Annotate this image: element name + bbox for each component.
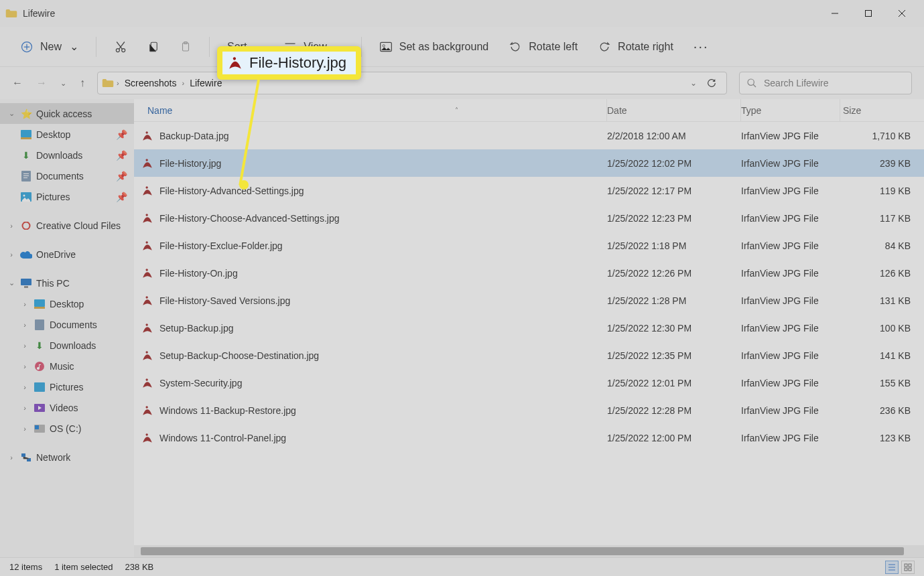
music-icon [34,360,46,372]
sidebar-pictures[interactable]: Pictures📌 [0,186,134,207]
sidebar-pc-music[interactable]: ›Music [0,356,134,376]
download-icon: ⬇ [20,149,32,161]
file-row[interactable]: File-History-Advanced-Settings.jpg1/25/2… [134,177,924,204]
rotate-left-button[interactable]: Rotate left [501,36,586,58]
irfanview-icon [141,129,154,143]
sidebar-onedrive[interactable]: ›OneDrive [0,244,134,265]
chevron-down-icon[interactable]: ⌄ [690,78,697,88]
close-button[interactable] [885,0,919,27]
file-type: IrfanView JPG File [741,268,840,279]
irfanview-icon [226,54,244,72]
irfanview-icon [141,376,154,390]
irfanview-icon [141,349,154,362]
sidebar-pc-pictures[interactable]: ›Pictures [0,376,134,397]
svg-point-18 [23,222,30,229]
rotate-right-button[interactable]: Rotate right [590,36,681,58]
sidebar-pc-os[interactable]: ›OS (C:) [0,418,134,439]
sidebar-this-pc[interactable]: ⌄This PC [0,273,134,293]
address-bar[interactable]: › Screenshots › Lifewire ⌄ [97,72,727,94]
file-name: System-Security.jpg [159,378,242,388]
cloud-icon [20,248,32,261]
sidebar-pc-downloads[interactable]: ›⬇Downloads [0,335,134,356]
sidebar-downloads[interactable]: ⬇Downloads📌 [0,145,134,165]
svg-rect-31 [905,564,907,567]
sidebar-pc-documents[interactable]: ›Documents [0,314,134,335]
sidebar-network[interactable]: ›Network [0,447,134,467]
file-row[interactable]: File-History.jpg1/25/2022 12:02 PMIrfanV… [134,149,924,177]
file-row[interactable]: Backup-Data.jpg2/2/2018 12:00 AMIrfanVie… [134,122,924,149]
file-name: File-History-On.jpg [159,268,238,279]
forward-button[interactable]: → [36,77,47,89]
svg-rect-21 [34,299,45,307]
file-row[interactable]: Setup-Backup.jpg1/25/2022 12:30 PMIrfanV… [134,314,924,342]
folder-icon [102,78,114,88]
search-input[interactable]: Search Lifewire [739,72,912,94]
folder-icon [5,8,17,19]
network-icon [20,451,32,463]
toolbar: New ⌄ Sort⌄ View⌄ Set as background Rota… [0,27,924,67]
sidebar-quick-access[interactable]: ⌄⭐Quick access [0,103,134,124]
svg-rect-25 [34,382,45,392]
file-type: IrfanView JPG File [741,186,840,196]
up-button[interactable]: ↑ [80,77,85,89]
file-type: IrfanView JPG File [741,378,840,388]
svg-point-17 [23,194,25,196]
refresh-button[interactable] [706,78,717,88]
minimize-button[interactable] [818,0,852,27]
details-view-button[interactable] [885,561,899,574]
new-button[interactable]: New ⌄ [12,36,86,58]
file-row[interactable]: Windows 11-Control-Panel.jpg1/25/2022 12… [134,424,924,451]
irfanview-icon [141,431,154,445]
irfanview-icon [141,294,154,307]
chevron-right-icon: › [182,79,185,87]
navigation-bar: ← → ⌄ ↑ › Screenshots › Lifewire ⌄ Searc… [0,67,924,99]
document-icon [20,170,32,182]
file-row[interactable]: File-History-On.jpg1/25/2022 12:26 PMIrf… [134,259,924,287]
sidebar-pc-videos[interactable]: ›Videos [0,397,134,418]
column-type[interactable]: Type [741,99,840,121]
column-size[interactable]: Size [840,99,924,121]
svg-rect-19 [21,279,31,285]
file-row[interactable]: File-History-Saved Versions.jpg1/25/2022… [134,287,924,314]
svg-point-8 [383,44,385,46]
rotate-left-icon [509,40,522,54]
file-row[interactable]: Setup-Backup-Choose-Destination.jpg1/25/… [134,342,924,369]
thumbnails-view-button[interactable] [901,561,915,574]
maximize-button[interactable] [852,0,885,27]
status-size: 238 KB [125,562,154,572]
copy-button[interactable] [139,36,168,58]
svg-rect-14 [23,175,29,176]
horizontal-scrollbar[interactable] [134,545,924,557]
navigation-pane[interactable]: ⌄⭐Quick access Desktop📌 ⬇Downloads📌 Docu… [0,99,134,557]
irfanview-icon [141,239,154,253]
file-name: File-History-Exclue-Folder.jpg [159,240,283,251]
sidebar-documents[interactable]: Documents📌 [0,165,134,186]
file-row[interactable]: Windows 11-Backup-Restore.jpg1/25/2022 1… [134,397,924,424]
sidebar-pc-desktop[interactable]: ›Desktop [0,293,134,314]
column-date[interactable]: Date [607,99,741,121]
sidebar-creative-cloud[interactable]: ›Creative Cloud Files [0,215,134,236]
file-date: 1/25/2022 12:02 PM [607,158,741,169]
file-row[interactable]: File-History-Choose-Advanced-Settings.jp… [134,204,924,232]
chevron-down-icon: ⌄ [70,40,78,53]
column-name[interactable]: Name˄ [134,99,607,121]
status-selected: 1 item selected [54,562,113,572]
rotate-right-icon [598,40,611,54]
recent-dropdown[interactable]: ⌄ [60,79,66,88]
breadcrumb-segment[interactable]: Screenshots [122,78,180,88]
irfanview-icon [141,267,154,280]
svg-rect-20 [24,286,28,288]
back-button[interactable]: ← [12,77,23,89]
file-row[interactable]: File-History-Exclue-Folder.jpg1/25/2022 … [134,232,924,259]
cut-button[interactable] [106,36,135,58]
file-type: IrfanView JPG File [741,350,840,361]
file-type: IrfanView JPG File [741,131,840,141]
more-button[interactable]: ··· [685,35,717,58]
file-date: 2/2/2018 12:00 AM [607,131,741,141]
file-name: File-History.jpg [159,158,221,169]
sidebar-desktop[interactable]: Desktop📌 [0,124,134,145]
set-background-button[interactable]: Set as background [371,37,497,57]
svg-rect-33 [905,568,907,571]
file-row[interactable]: System-Security.jpg1/25/2022 12:01 PMIrf… [134,369,924,397]
paste-button[interactable] [172,36,200,58]
